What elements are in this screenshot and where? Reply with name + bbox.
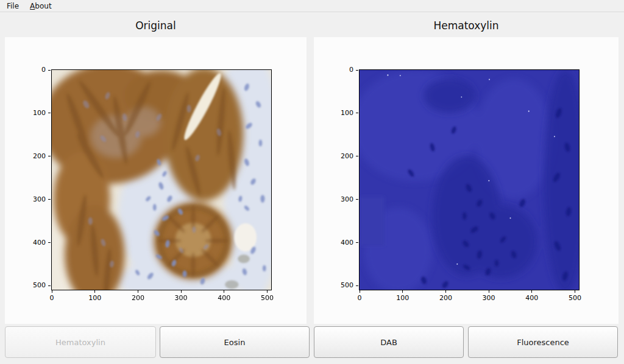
y-tick-label: 300 (341, 196, 353, 203)
y-tick-label: 200 (341, 153, 353, 160)
x-tick-mark (489, 290, 489, 293)
x-tick-label: 300 (175, 295, 188, 302)
x-tick-mark (267, 290, 268, 293)
x-tick-label: 200 (132, 295, 144, 302)
y-tick-mark (48, 156, 51, 156)
panel-title-hematoxylin: Hematoxylin (314, 18, 619, 33)
y-tick-mark (356, 199, 358, 200)
y-tick-mark (48, 70, 51, 71)
x-tick-label: 0 (50, 295, 54, 302)
y-tick-mark (356, 285, 358, 286)
y-tick-label: 100 (33, 110, 46, 117)
y-tick-label: 0 (349, 66, 353, 74)
original-image (52, 70, 271, 290)
x-tick-mark (531, 290, 532, 293)
button-fluorescence[interactable]: Fluorescence (468, 326, 618, 358)
x-tick-label: 200 (439, 295, 452, 302)
x-tick-mark (138, 290, 138, 293)
x-tick-label: 400 (525, 295, 538, 302)
y-tick-mark (48, 285, 51, 286)
y-tick-label: 300 (33, 196, 46, 203)
x-tick-mark (94, 290, 95, 293)
y-tick-label: 0 (41, 66, 46, 74)
x-tick-label: 500 (569, 295, 581, 302)
hematoxylin-image (360, 70, 579, 290)
x-tick-label: 400 (218, 295, 230, 302)
y-tick-mark (356, 242, 358, 243)
y-tick-mark (48, 242, 51, 243)
x-tick-label: 500 (261, 295, 274, 302)
x-tick-label: 100 (396, 295, 409, 302)
x-tick-label: 0 (358, 295, 362, 302)
y-tick-label: 200 (33, 153, 46, 160)
button-row: HematoxylinEosinDABFluorescence (0, 326, 624, 358)
menu-item-file[interactable]: File (1, 1, 24, 11)
hematoxylin-plot: 01002003004005000100200300400500 (359, 69, 580, 290)
y-tick-mark (356, 156, 358, 156)
original-plot: 01002003004005000100200300400500 (51, 69, 272, 290)
button-eosin[interactable]: Eosin (160, 326, 310, 358)
panel-title-original: Original (5, 18, 307, 33)
y-tick-mark (356, 70, 358, 71)
app-window: { "menu": { "items": [ {"label": "File"}… (0, 0, 624, 364)
x-tick-mark (445, 290, 446, 293)
menu-item-about[interactable]: About (24, 1, 57, 11)
y-tick-mark (356, 113, 358, 113)
x-tick-label: 300 (483, 295, 495, 302)
button-dab[interactable]: DAB (314, 326, 464, 358)
button-hematoxylin: Hematoxylin (5, 326, 156, 358)
x-tick-mark (402, 290, 403, 293)
x-tick-mark (224, 290, 224, 293)
original-panel: 01002003004005000100200300400500 (5, 37, 307, 324)
y-tick-label: 400 (33, 239, 46, 247)
y-tick-label: 500 (33, 282, 46, 289)
x-tick-mark (360, 290, 360, 293)
y-tick-label: 400 (341, 239, 353, 247)
y-tick-mark (48, 199, 51, 200)
x-tick-label: 100 (88, 295, 101, 302)
y-tick-mark (48, 113, 51, 113)
x-tick-mark (181, 290, 182, 293)
y-tick-label: 100 (341, 110, 353, 117)
y-tick-label: 500 (341, 282, 353, 289)
hematoxylin-panel: 01002003004005000100200300400500 (314, 37, 619, 324)
menu-bar: FileAbout (0, 0, 624, 12)
x-tick-mark (52, 290, 52, 293)
x-tick-mark (575, 290, 575, 293)
